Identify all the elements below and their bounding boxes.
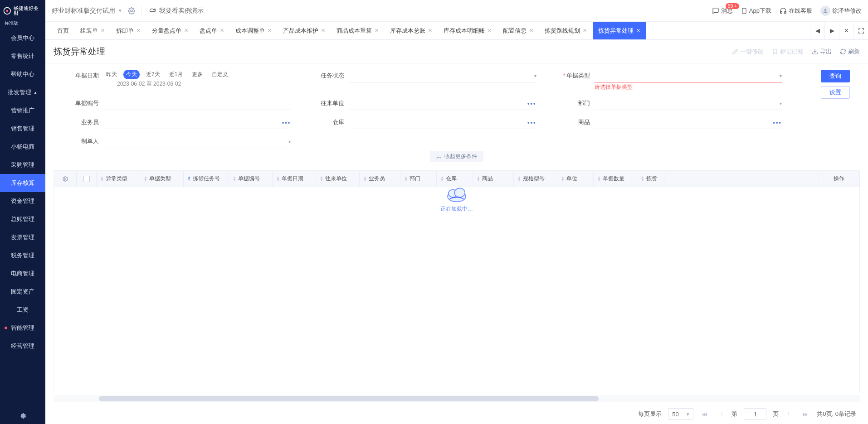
tab[interactable]: 首页 (52, 22, 75, 39)
table-header-cell[interactable]: ▲▼业务员 (360, 171, 400, 187)
app-download-link[interactable]: App下载 (741, 7, 771, 15)
tab[interactable]: 库存成本总账✕ (385, 22, 438, 39)
date-quick-option[interactable]: 更多 (189, 70, 205, 79)
date-quick-option[interactable]: 自定义 (209, 70, 231, 79)
party-picker[interactable]: ••• (349, 97, 536, 110)
maker-select[interactable]: ▾ (103, 135, 291, 148)
refresh-button[interactable]: 刷新 (840, 48, 860, 56)
demo-link[interactable]: 我要看实例演示 (148, 7, 204, 15)
settings-button[interactable]: 设置 (821, 86, 850, 99)
tab[interactable]: 盘点单✕ (194, 22, 230, 39)
date-quick-option[interactable]: 今天 (123, 70, 140, 79)
table-header-cell[interactable]: ▲▼拣货任务号 (184, 171, 229, 187)
query-button[interactable]: 查询 (821, 70, 850, 82)
close-icon[interactable]: ✕ (375, 28, 379, 34)
export-button[interactable]: 导出 (812, 48, 832, 56)
sidebar-item[interactable]: 税务管理 (0, 246, 45, 265)
sidebar-item[interactable]: 会员中心 (0, 29, 45, 47)
tab[interactable]: 商品成本重算✕ (331, 22, 385, 39)
date-quick-option[interactable]: 近7天 (143, 70, 163, 79)
close-icon[interactable]: ✕ (220, 28, 224, 34)
close-icon[interactable]: ✕ (583, 28, 587, 34)
sidebar-item[interactable]: 资金管理 (0, 192, 45, 210)
sidebar-item[interactable]: 采购管理 (0, 156, 45, 174)
close-icon[interactable]: ✕ (268, 28, 272, 34)
sidebar-item[interactable]: 工资 (0, 301, 45, 319)
collapse-filters-button[interactable]: ︽ 收起更多条件 (430, 151, 483, 162)
sidebar-item[interactable]: 总账管理 (0, 210, 45, 228)
table-header-cell[interactable]: ▲▼商品 (473, 171, 514, 187)
warehouse-picker[interactable]: ••• (349, 116, 536, 129)
sidebar-item[interactable]: 营销推广 (0, 101, 45, 120)
close-icon[interactable]: ✕ (137, 28, 141, 34)
sidebar-item[interactable]: 批发管理▲ (0, 83, 45, 101)
tabs-fullscreen-button[interactable] (853, 22, 868, 39)
tabs-next-button[interactable]: ▶ (824, 22, 839, 39)
sidebar-item[interactable]: 小畅电商 (0, 138, 45, 156)
bill-type-select[interactable]: ▾ (595, 70, 782, 82)
sidebar-item[interactable]: 销售管理 (0, 120, 45, 138)
table-header-cell[interactable]: ▲▼拣货 (637, 171, 664, 187)
table-header-cell[interactable]: ▲▼规格型号 (514, 171, 557, 187)
table-header-cell[interactable]: ▲▼异常类型 (97, 171, 140, 187)
close-icon[interactable]: ✕ (101, 28, 105, 34)
horizontal-scrollbar[interactable] (54, 395, 860, 402)
table-header-cell[interactable]: ▲▼单位 (557, 171, 594, 187)
customer-service-link[interactable]: 在线客服 (780, 7, 812, 15)
close-icon[interactable]: ✕ (636, 28, 640, 34)
sidebar-item[interactable]: 零售统计 (0, 47, 45, 65)
sidebar-item[interactable]: 帮助中心 (0, 65, 45, 83)
page-prev-button[interactable]: 〈 (716, 410, 725, 418)
select-all-checkbox[interactable] (77, 171, 97, 187)
table-header-cell[interactable]: ▲▼单据编号 (229, 171, 273, 187)
table-header-cell[interactable]: ▲▼单据数量 (594, 171, 637, 187)
bill-no-input[interactable] (103, 97, 291, 110)
sidebar-item[interactable]: 经营管理 (0, 337, 45, 355)
messages-link[interactable]: 消息 99 + (712, 7, 733, 15)
tab[interactable]: 配置信息✕ (497, 22, 539, 39)
page-next-button[interactable]: 〉 (785, 410, 795, 418)
date-quick-option[interactable]: 昨天 (103, 70, 120, 79)
user-menu[interactable]: 徐泽华修改 (820, 6, 862, 16)
tab[interactable]: 库存成本明细账✕ (438, 22, 497, 39)
table-header-cell[interactable]: ▲▼单据日期 (273, 171, 316, 187)
table-header-cell[interactable]: ▲▼部门 (400, 171, 437, 187)
sidebar-item[interactable]: 库存核算 (0, 174, 45, 192)
close-icon[interactable]: ✕ (428, 28, 432, 34)
tab[interactable]: 组装单✕ (75, 22, 111, 39)
date-range-text: 2023-06-02 至 2023-06-02 (103, 79, 291, 88)
product-selector[interactable]: 好业财标准版交付试用 ▾ (52, 7, 122, 15)
tab[interactable]: 拣货异常处理✕ (593, 22, 646, 39)
page-first-button[interactable]: ⏮ (700, 411, 709, 418)
tab[interactable]: 成本调整单✕ (230, 22, 278, 39)
goods-picker[interactable]: ••• (595, 116, 782, 129)
task-status-select[interactable]: ▾ (349, 70, 536, 82)
date-quick-option[interactable]: 近1月 (166, 70, 186, 79)
sidebar-item[interactable]: 发票管理 (0, 228, 45, 246)
tab[interactable]: 拆卸单✕ (111, 22, 146, 39)
close-icon[interactable]: ✕ (321, 28, 325, 34)
sales-picker[interactable]: ••• (103, 116, 291, 129)
dept-select[interactable]: ▾ (595, 97, 782, 110)
close-icon[interactable]: ✕ (529, 28, 533, 34)
sidebar-item[interactable]: 智能管理 (0, 319, 45, 337)
table-header-cell[interactable]: ▲▼单据类型 (140, 171, 184, 187)
settings-gear-icon[interactable] (19, 412, 26, 419)
tab[interactable]: 产品成本维护✕ (278, 22, 331, 39)
settings-icon[interactable] (128, 7, 135, 14)
page-last-button[interactable]: ⏭ (801, 411, 810, 418)
page-input[interactable] (744, 408, 766, 420)
close-icon[interactable]: ✕ (184, 28, 188, 34)
page-size-select[interactable]: 50▾ (668, 408, 693, 420)
more-icon: ••• (773, 119, 782, 126)
tab[interactable]: 分量盘点单✕ (146, 22, 194, 39)
close-icon[interactable]: ✕ (488, 28, 492, 34)
sidebar-item[interactable]: 电商管理 (0, 265, 45, 283)
tabs-prev-button[interactable]: ◀ (810, 22, 824, 39)
table-header-cell[interactable]: ▲▼往来单位 (316, 171, 360, 187)
table-settings-button[interactable] (54, 171, 77, 187)
phone-icon (741, 7, 747, 14)
sidebar-item[interactable]: 固定资产 (0, 283, 45, 301)
tabs-close-button[interactable]: ✕ (839, 22, 853, 39)
tab[interactable]: 拣货路线规划✕ (539, 22, 593, 39)
